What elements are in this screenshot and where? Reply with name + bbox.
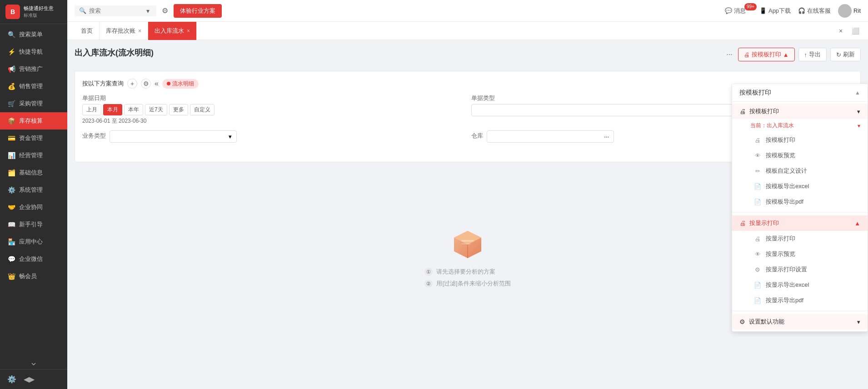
sidebar-scroll-down[interactable] <box>0 359 67 369</box>
business-type-label: 业务类型 <box>82 132 106 140</box>
inventory-icon: 📦 <box>7 117 15 125</box>
dropdown-item-template-design[interactable]: ✏ 模板自定义设计 <box>732 163 868 179</box>
empty-hint-1: ① 请先选择要分析的方案 <box>424 268 510 276</box>
user-area[interactable]: Rit <box>838 4 861 18</box>
collapse-sidebar-icon[interactable]: ◀▶ <box>24 375 35 384</box>
sidebar-item-finance[interactable]: 💳 资金管理 <box>0 130 67 147</box>
logo-text: 畅捷通好生意 <box>24 5 54 12</box>
default-settings-section: ⚙ 设置默认功能 ▾ <box>732 312 868 331</box>
business-type-dropdown-icon[interactable]: ▾ <box>229 133 232 140</box>
trial-button[interactable]: 体验行业方案 <box>174 4 222 18</box>
date-current-month[interactable]: 本月 <box>103 104 122 115</box>
sidebar-item-label: 销售管理 <box>19 82 43 90</box>
export-button[interactable]: ↑ 导出 <box>798 48 827 61</box>
online-service-item[interactable]: 🎧 在线客服 <box>798 7 831 15</box>
toolbar-area: ··· 🖨 按模板打印 ▲ ↑ 导出 ↻ 刷新 <box>724 48 861 61</box>
sidebar-item-system[interactable]: ⚙️ 系统管理 <box>0 181 67 199</box>
topbar-search-dropdown[interactable]: ▾ <box>146 7 150 15</box>
display-print-header[interactable]: 🖨 按显示打印 ▲ <box>732 215 868 231</box>
sidebar: B 畅捷通好生意 标准版 🔍 搜索菜单 ⚡ 快捷导航 📢 营销推广 💰 销售管理… <box>0 0 67 389</box>
display-print-item-label: 按显示打印 <box>766 234 795 243</box>
content-area: 出入库流水(流水明细) ··· 🖨 按模板打印 ▲ ↑ 导出 ↻ 刷新 <box>67 40 868 389</box>
dropdown-item-display-preview[interactable]: 👁 按显示预览 <box>732 246 868 262</box>
eye-icon-1: 👁 <box>754 152 761 159</box>
dropdown-separator-2 <box>732 311 868 311</box>
tab-batch[interactable]: 库存批次账 × <box>100 22 148 40</box>
sidebar-item-sales[interactable]: 💰 销售管理 <box>0 78 67 95</box>
message-icon: 💬 <box>725 7 732 14</box>
search-add-button[interactable]: + <box>127 79 137 89</box>
sidebar-item-purchase[interactable]: 🛒 采购管理 <box>0 95 67 112</box>
empty-hint: ① 请先选择要分析的方案 ② 用[过滤]条件来缩小分析范围 <box>424 268 510 288</box>
dropdown-item-display-print[interactable]: 🖨 按显示打印 <box>732 231 868 246</box>
avatar <box>838 4 852 18</box>
sidebar-item-label: 企业微信 <box>19 255 43 263</box>
default-settings-header[interactable]: ⚙ 设置默认功能 ▾ <box>732 314 868 329</box>
business-type-input[interactable]: ▾ <box>110 130 237 143</box>
sidebar-item-basic[interactable]: 🗂️ 基础信息 <box>0 164 67 181</box>
dropdown-item-template-excel[interactable]: 📄 按模板导出excel <box>732 179 868 194</box>
settings-bottom-icon[interactable]: ⚙️ <box>7 375 16 384</box>
tab-batch-close[interactable]: × <box>138 28 141 34</box>
date-more[interactable]: 更多 <box>169 104 188 115</box>
sidebar-item-inventory[interactable]: 📦 库存核算 <box>0 112 67 130</box>
window-maximize-btn[interactable]: ⬜ <box>850 25 861 36</box>
sidebar-item-enterprise[interactable]: 🤝 企业协同 <box>0 199 67 216</box>
print-template-button[interactable]: 🖨 按模板打印 ▲ <box>738 48 795 61</box>
vip-icon: 👑 <box>7 272 15 280</box>
sidebar-item-operations[interactable]: 📊 经营管理 <box>0 147 67 164</box>
template-print-header[interactable]: 🖨 按模板打印 ▾ <box>732 104 868 119</box>
dropdown-item-template-print[interactable]: 🖨 按模板打印 <box>732 132 868 148</box>
dropdown-panel-title: 按模板打印 <box>739 89 771 97</box>
dropdown-item-template-preview[interactable]: 👁 按模板预览 <box>732 148 868 163</box>
template-pdf-label: 按模板导出pdf <box>766 198 803 206</box>
topbar-search-input[interactable] <box>89 7 144 14</box>
window-close-btn[interactable]: × <box>835 25 846 36</box>
search-collapse-button[interactable]: « <box>155 80 159 88</box>
dropdown-item-display-settings[interactable]: ⚙ 按显示打印设置 <box>732 262 868 277</box>
sales-icon: 💰 <box>7 82 15 90</box>
default-settings-icon: ⚙ <box>739 318 745 325</box>
tab-flow-close[interactable]: × <box>187 28 190 34</box>
headset-icon: 🎧 <box>798 7 805 14</box>
dropdown-panel-close-icon[interactable]: ▲ <box>855 90 860 96</box>
dropdown-item-template-pdf[interactable]: 📄 按模板导出pdf <box>732 194 868 209</box>
warehouse-ellipsis-icon[interactable]: ··· <box>604 133 609 140</box>
sidebar-item-guide[interactable]: 📖 新手引导 <box>0 216 67 233</box>
username-label: Rit <box>853 7 861 14</box>
date-7days[interactable]: 近7天 <box>145 104 167 115</box>
topbar-gear-icon[interactable]: ⚙ <box>162 6 168 15</box>
search-icon: 🔍 <box>7 30 15 39</box>
sidebar-item-vip[interactable]: 👑 畅会员 <box>0 268 67 285</box>
sidebar-item-appstore[interactable]: 🏪 应用中心 <box>0 233 67 250</box>
toolbar-ellipsis[interactable]: ··· <box>724 49 734 60</box>
sidebar-nav: 🔍 搜索菜单 ⚡ 快捷导航 📢 营销推广 💰 销售管理 🛒 采购管理 📦 库存核… <box>0 24 67 359</box>
app-download-label: App下载 <box>768 7 791 15</box>
dropdown-item-display-pdf[interactable]: 📄 按显示导出pdf <box>732 293 868 308</box>
date-custom[interactable]: 自定义 <box>190 104 215 115</box>
refresh-button[interactable]: ↻ 刷新 <box>830 48 861 61</box>
date-last-month[interactable]: 上月 <box>82 104 101 115</box>
warehouse-input[interactable]: ··· <box>487 130 614 143</box>
warehouse-text-input[interactable] <box>492 133 604 140</box>
business-type-text-input[interactable] <box>115 133 229 140</box>
basic-icon: 🗂️ <box>7 169 15 177</box>
current-template: 当前：出入库流水 ▾ <box>732 119 868 132</box>
topbar-search-box[interactable]: 🔍 ▾ <box>75 5 156 16</box>
sidebar-item-quicknav[interactable]: ⚡ 快捷导航 <box>0 43 67 60</box>
sidebar-item-marketing[interactable]: 📢 营销推广 <box>0 60 67 78</box>
sidebar-item-wechat[interactable]: 💬 企业微信 <box>0 250 67 268</box>
message-item[interactable]: 💬 消息 99+ <box>725 7 752 15</box>
sidebar-item-label: 企业协同 <box>19 203 43 211</box>
tab-home[interactable]: 首页 <box>75 22 100 40</box>
finance-icon: 💳 <box>7 134 15 142</box>
tab-flow[interactable]: 出入库流水 × <box>148 22 197 40</box>
search-settings-button[interactable]: ⚙ <box>141 79 151 89</box>
printer-icon-1: 🖨 <box>754 136 761 144</box>
date-field: 单据日期 上月 本月 本年 近7天 更多 自定义 2023-06-01 至 20… <box>82 94 464 125</box>
search-tag[interactable]: 流水明细 <box>162 79 199 89</box>
sidebar-item-search[interactable]: 🔍 搜索菜单 <box>0 26 67 43</box>
dropdown-item-display-excel[interactable]: 📄 按显示导出excel <box>732 277 868 293</box>
app-download-item[interactable]: 📱 App下载 <box>759 7 791 15</box>
date-current-year[interactable]: 本年 <box>124 104 143 115</box>
